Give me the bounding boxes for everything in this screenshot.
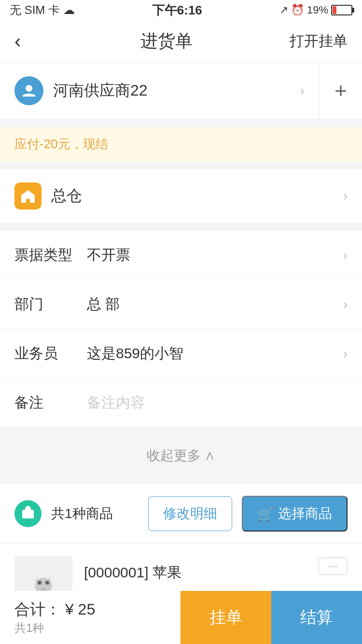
chevron-right-icon: › [343,248,348,263]
bottom-bar: 合计： ¥ 25 共1种 挂单 结算 [0,591,362,644]
nav-bar: ‹ 进货单 打开挂单 [0,20,362,63]
svg-point-6 [46,581,49,584]
remark-row[interactable]: 备注 备注内容 [0,378,362,427]
add-supplier-button[interactable]: + [320,63,362,119]
total-label: 合计： [14,601,61,618]
location-icon: ↗ [279,4,288,16]
status-bar: 无 SIM 卡 ☁ 下午6:16 ↗ ⏰ 19% [0,0,362,20]
invoice-type-label: 票据类型 [14,245,87,265]
supplier-row[interactable]: 河南供应商22 › [0,63,319,119]
product-title: 苹果 [153,564,181,580]
total-count: 共1种 [14,620,166,636]
invoice-type-value: 不开票 [87,245,343,265]
product-code: [0000001] [84,564,148,580]
status-left: 无 SIM 卡 ☁ [10,2,75,18]
product-name: [0000001] 苹果 [84,563,319,583]
total-value: ¥ 25 [65,601,95,618]
chevron-right-icon: › [343,188,348,204]
alarm-icon: ⏰ [291,4,304,16]
department-label: 部门 [14,294,87,314]
svg-rect-1 [22,510,34,518]
product-header: 共1种商品 修改明细 🛒 选择商品 [0,484,362,543]
salesperson-row[interactable]: 业务员 这是859的小智 › [0,329,362,378]
chevron-right-icon: › [343,346,348,362]
page-title: 进货单 [140,29,193,53]
main-content: 河南供应商22 › + 应付-20元，现结 总仓 › 票据类型 不开票 › 部门… [0,63,362,625]
total-amount: 合计： ¥ 25 [14,599,166,620]
status-time: 下午6:16 [152,2,202,19]
battery-percent: 19% [307,4,328,16]
checkout-button[interactable]: 结算 [271,591,362,644]
select-product-label: 选择商品 [278,504,332,523]
remark-label: 备注 [14,393,87,413]
collapse-button[interactable]: 收起更多 ∧ [0,435,362,476]
warning-bar: 应付-20元，现结 [0,127,362,161]
sim-status: 无 SIM 卡 ☁ [10,2,75,18]
svg-point-0 [26,85,32,92]
remark-input[interactable]: 备注内容 [87,393,348,413]
svg-point-5 [38,581,41,584]
warehouse-name: 总仓 [51,185,343,207]
select-product-button[interactable]: 🛒 选择商品 [242,496,348,532]
back-button[interactable]: ‹ [14,30,43,52]
cart-icon: 🛒 [257,506,274,522]
open-suspend-button[interactable]: 打开挂单 [290,31,348,51]
product-count: 共1种商品 [51,504,139,523]
status-right: ↗ ⏰ 19% [279,4,352,16]
supplier-avatar [14,76,43,105]
department-value: 总 部 [87,294,343,314]
invoice-type-row[interactable]: 票据类型 不开票 › [0,231,362,280]
edit-detail-button[interactable]: 修改明细 [148,496,232,531]
supplier-name: 河南供应商22 [53,80,300,101]
suspend-button[interactable]: 挂单 [181,591,271,644]
battery-icon [331,5,352,15]
supplier-section: 河南供应商22 › + [0,63,362,119]
product-icon [14,500,42,527]
more-button[interactable]: ··· [319,558,348,575]
warehouse-icon [14,182,42,210]
form-section: 票据类型 不开票 › 部门 总 部 › 业务员 这是859的小智 › 备注 备注… [0,231,362,427]
salesperson-value: 这是859的小智 [87,344,343,364]
chevron-right-icon: › [300,83,305,98]
total-section: 合计： ¥ 25 共1种 [0,591,181,644]
chevron-right-icon: › [343,297,348,312]
warehouse-row[interactable]: 总仓 › [0,169,362,223]
department-row[interactable]: 部门 总 部 › [0,280,362,329]
salesperson-label: 业务员 [14,344,87,364]
